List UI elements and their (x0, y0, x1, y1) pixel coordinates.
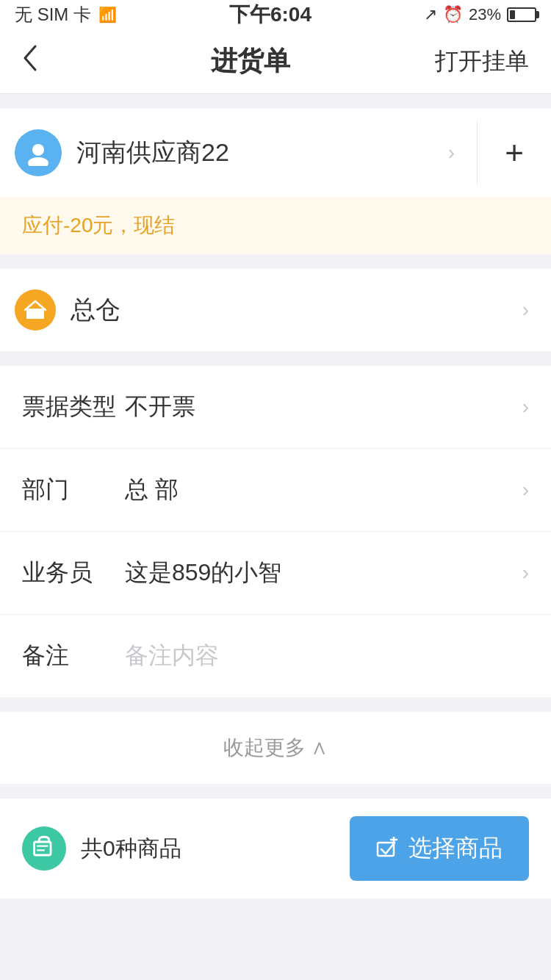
warehouse-icon (15, 289, 56, 331)
department-chevron-icon: › (522, 478, 529, 502)
svg-rect-3 (35, 842, 51, 855)
page-title: 进货单 (211, 43, 290, 79)
remark-label: 备注 (22, 640, 125, 672)
remark-input[interactable]: 备注内容 (125, 640, 529, 672)
invoice-type-value: 不开票 (125, 391, 522, 423)
warehouse-name: 总仓 (71, 293, 522, 327)
svg-point-1 (28, 157, 48, 166)
department-value: 总 部 (125, 474, 522, 506)
wifi-icon: 📶 (98, 6, 117, 24)
select-product-button[interactable]: 选择商品 (350, 816, 529, 881)
invoice-type-chevron-icon: › (522, 395, 529, 419)
open-pending-button[interactable]: 打开挂单 (435, 46, 529, 78)
nav-bar: 进货单 打开挂单 (0, 29, 551, 94)
back-button[interactable] (22, 43, 66, 79)
collapse-button[interactable]: 收起更多 ∧ (0, 712, 551, 784)
notice-text: 应付-20元，现结 (22, 214, 175, 237)
product-icon (22, 826, 66, 871)
add-supplier-button[interactable]: + (478, 109, 551, 197)
supplier-name: 河南供应商22 (76, 136, 448, 170)
svg-point-0 (32, 144, 44, 156)
remark-row[interactable]: 备注 备注内容 (0, 615, 551, 697)
warehouse-chevron-icon: › (522, 298, 529, 322)
supplier-chevron-icon: › (448, 141, 455, 165)
svg-rect-2 (26, 309, 44, 319)
carrier-text: 无 SIM 卡 (15, 3, 91, 26)
department-label: 部门 (22, 474, 125, 506)
salesperson-row[interactable]: 业务员 这是859的小智 › (0, 532, 551, 615)
department-row[interactable]: 部门 总 部 › (0, 449, 551, 532)
product-bar: 共0种商品 选择商品 (0, 799, 551, 898)
status-right: ↗ ⏰ 23% (424, 5, 536, 24)
supplier-section: 河南供应商22 › + (0, 109, 551, 197)
form-section: 票据类型 不开票 › 部门 总 部 › 业务员 这是859的小智 › 备注 备注… (0, 366, 551, 697)
invoice-type-row[interactable]: 票据类型 不开票 › (0, 366, 551, 449)
alarm-icon: ⏰ (443, 5, 463, 24)
battery-percent: 23% (469, 5, 501, 24)
product-count: 共0种商品 (81, 834, 335, 864)
supplier-row[interactable]: 河南供应商22 › (0, 109, 477, 197)
warehouse-section: 总仓 › (0, 269, 551, 351)
notice-banner: 应付-20元，现结 (0, 197, 551, 254)
select-product-label: 选择商品 (408, 832, 503, 865)
invoice-type-label: 票据类型 (22, 391, 125, 423)
supplier-avatar (15, 129, 62, 176)
battery-icon (507, 7, 536, 22)
content-area: 河南供应商22 › + 应付-20元，现结 总仓 › 票据类型 不开票 › (0, 94, 551, 898)
status-left: 无 SIM 卡 📶 (15, 3, 117, 26)
status-time: 下午6:04 (229, 1, 311, 29)
salesperson-value: 这是859的小智 (125, 557, 522, 589)
salesperson-chevron-icon: › (522, 561, 529, 585)
location-icon: ↗ (424, 5, 437, 24)
status-bar: 无 SIM 卡 📶 下午6:04 ↗ ⏰ 23% (0, 0, 551, 29)
salesperson-label: 业务员 (22, 557, 125, 589)
warehouse-row[interactable]: 总仓 › (0, 269, 551, 351)
